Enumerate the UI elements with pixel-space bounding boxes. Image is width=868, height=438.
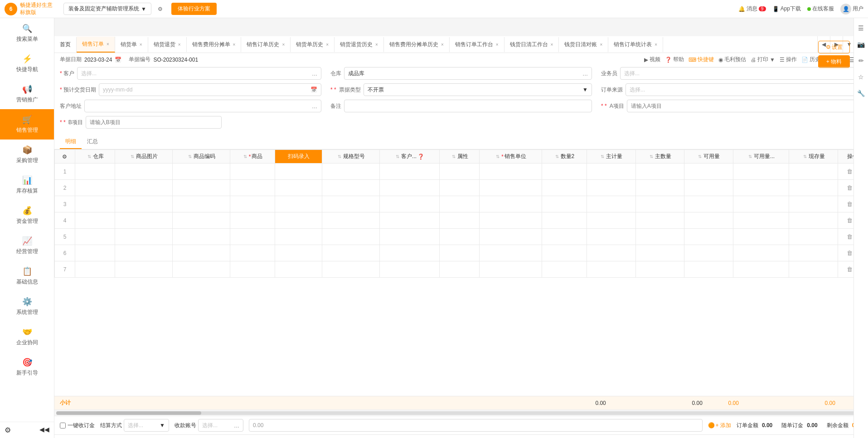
- delete-row-icon[interactable]: 🗑: [847, 233, 853, 241]
- tab-order-workspace[interactable]: 销售订单工作台 ×: [450, 37, 504, 52]
- b-project-input[interactable]: [86, 116, 222, 129]
- add-material-button[interactable]: + 物料: [818, 55, 850, 68]
- profit-button[interactable]: ◉ 毛利预估: [718, 56, 746, 63]
- tab-close-sales-bill[interactable]: ×: [140, 42, 142, 47]
- print-button[interactable]: 🖨 打印 ▼: [751, 56, 775, 63]
- tab-close-stats[interactable]: ×: [655, 42, 657, 47]
- sidebar-item-operations[interactable]: 📈 经营管理: [0, 231, 54, 261]
- calendar-icon[interactable]: 📅: [115, 57, 121, 63]
- tab-close-sales-order[interactable]: ×: [107, 42, 109, 47]
- table-cell: [684, 245, 733, 261]
- table-row: 4 🗑 ⧉: [55, 212, 868, 229]
- tab-expense-history[interactable]: 销售费用分摊单历史 ×: [384, 37, 450, 52]
- tab-summary[interactable]: 汇总: [82, 135, 103, 149]
- tab-stats[interactable]: 销售订单统计表 ×: [608, 37, 663, 52]
- logo-text: 畅捷通好生意 标旗版: [20, 2, 53, 16]
- sidebar-item-sales[interactable]: 🛒 销售管理: [0, 109, 54, 140]
- table-wrap[interactable]: ⚙ ⇅仓库 ⇅商品图片 ⇅商品编码 ⇅*商品: [54, 149, 868, 396]
- tab-close-sales-return[interactable]: ×: [178, 42, 181, 47]
- warehouse-input[interactable]: 成品库 ...: [344, 67, 592, 80]
- horizontal-scrollbar[interactable]: [54, 409, 868, 416]
- table-cell: [230, 212, 275, 229]
- right-icon-star[interactable]: ☆: [855, 71, 868, 83]
- tab-close-return-history[interactable]: ×: [375, 42, 378, 47]
- sidebar-item-basicinfo[interactable]: 📋 基础信息: [0, 261, 54, 291]
- sidebar-item-guide[interactable]: 🎯 新手引导: [0, 352, 54, 382]
- sidebar-item-search[interactable]: 🔍 搜索菜单: [0, 18, 54, 48]
- user-menu[interactable]: 👤 用户: [840, 4, 863, 14]
- tab-home[interactable]: 首页: [54, 37, 77, 52]
- delivery-date-input[interactable]: yyyy-mm-dd 📅: [99, 83, 321, 96]
- delete-row-icon[interactable]: 🗑: [847, 184, 853, 192]
- delete-row-icon[interactable]: 🗑: [847, 266, 853, 273]
- account-input[interactable]: 选择... ...: [198, 419, 243, 432]
- tab-sales-return[interactable]: 销货退货 ×: [148, 37, 187, 52]
- app-download-button[interactable]: 📱 App下载: [772, 5, 801, 13]
- add-payment-button[interactable]: 🟠 + 添加: [708, 422, 731, 429]
- notifications-button[interactable]: 🔔 消息 9: [738, 5, 766, 13]
- settings-button[interactable]: ⚙ 设置: [818, 41, 850, 53]
- order-summary: 订单金额 0.00 随单订金 0.00 剩余金额 0.00: [737, 422, 863, 429]
- one-click-deposit[interactable]: 一键收订金: [60, 422, 95, 429]
- invoice-type-select[interactable]: 不开票 ▼: [364, 83, 592, 96]
- tab-return-history[interactable]: 销货退货历史 ×: [335, 37, 384, 52]
- tab-bill-history[interactable]: 销货单历史 ×: [291, 37, 335, 52]
- table-row: 6 🗑 ⧉: [55, 245, 868, 261]
- tab-daily-reconcile[interactable]: 钱货日清对账 ×: [559, 37, 608, 52]
- tab-daily-workspace[interactable]: 钱货日清工作台 ×: [504, 37, 559, 52]
- order-source-input[interactable]: 选择... ▼: [626, 83, 863, 96]
- scrollbar-thumb[interactable]: [56, 411, 201, 415]
- tab-order-history[interactable]: 销售订单历史 ×: [241, 37, 291, 52]
- scrollbar-track[interactable]: [56, 411, 866, 415]
- table-section: 明细 汇总 ⚙ ⇅仓库 ⇅商品图片: [54, 135, 868, 416]
- delete-row-icon[interactable]: 🗑: [847, 250, 853, 257]
- sidebar-item-finance[interactable]: 💰 资金管理: [0, 200, 54, 231]
- col-settings[interactable]: ⚙: [55, 150, 75, 164]
- sidebar-item-marketing[interactable]: 📢 营销推广: [0, 79, 54, 109]
- right-icon-tool[interactable]: 🔧: [855, 87, 868, 100]
- sidebar-item-shortcut[interactable]: ⚡ 快捷导航: [0, 48, 54, 79]
- sidebar-item-enterprise[interactable]: 🤝 企业协同: [0, 322, 54, 352]
- operate-button[interactable]: ☰ 操作: [780, 56, 797, 63]
- tab-close-expense-history[interactable]: ×: [441, 42, 444, 47]
- customer-address-input[interactable]: ...: [84, 100, 321, 112]
- one-click-checkbox[interactable]: [60, 423, 66, 428]
- salesperson-input[interactable]: 选择... ...: [620, 67, 863, 80]
- col-scan[interactable]: 扫码录入: [275, 150, 322, 164]
- delete-row-icon[interactable]: 🗑: [847, 168, 853, 175]
- customer-input[interactable]: 选择... ...: [77, 67, 321, 80]
- tab-detail[interactable]: 明细: [60, 135, 82, 149]
- delete-row-icon[interactable]: 🗑: [847, 217, 853, 224]
- payment-amount-input[interactable]: 0.00: [249, 419, 703, 432]
- online-service-button[interactable]: 在线客服: [807, 5, 834, 13]
- solution-button[interactable]: 体验行业方案: [171, 3, 217, 15]
- sidebar-item-system[interactable]: ⚙️ 系统管理: [0, 291, 54, 322]
- tab-sales-order[interactable]: 销售订单 ×: [77, 37, 115, 53]
- table-cell: [275, 212, 322, 229]
- sidebar-collapse-icon[interactable]: ◀◀: [39, 426, 49, 434]
- right-icon-edit[interactable]: ✏: [855, 54, 868, 67]
- system-selector[interactable]: 装备及固定资产辅助管理系统 ▼: [63, 3, 151, 15]
- settings-icon[interactable]: ⚙: [153, 2, 168, 16]
- sidebar-item-purchase[interactable]: 📦 采购管理: [0, 140, 54, 170]
- right-icon-camera[interactable]: 📷: [855, 38, 868, 51]
- tab-close-order-history[interactable]: ×: [282, 42, 285, 47]
- tab-expense-split[interactable]: 销售费用分摊单 ×: [187, 37, 242, 52]
- payment-method-select[interactable]: 选择... ▼: [124, 419, 169, 432]
- preview-button[interactable]: ▶ 视频: [644, 56, 660, 63]
- tab-close-bill-history[interactable]: ×: [326, 42, 329, 47]
- delete-row-icon[interactable]: 🗑: [847, 201, 853, 208]
- tab-close-daily-reconcile[interactable]: ×: [600, 42, 602, 47]
- sidebar-settings-icon[interactable]: ⚙: [5, 426, 11, 434]
- help-button[interactable]: ❓ 帮助: [665, 56, 684, 63]
- sidebar-item-inventory[interactable]: 📊 库存核算: [0, 170, 54, 200]
- tab-close-daily-workspace[interactable]: ×: [551, 42, 553, 47]
- shortcut-button[interactable]: ⌨ 快捷键: [689, 56, 714, 63]
- tab-close-order-workspace[interactable]: ×: [496, 42, 499, 47]
- tab-close-expense-split[interactable]: ×: [233, 42, 236, 47]
- notes-input[interactable]: [344, 100, 592, 112]
- table-cell: [75, 261, 115, 278]
- tab-sales-bill[interactable]: 销货单 ×: [115, 37, 148, 52]
- right-icon-list[interactable]: ☰: [855, 22, 868, 34]
- a-project-input[interactable]: [627, 100, 863, 112]
